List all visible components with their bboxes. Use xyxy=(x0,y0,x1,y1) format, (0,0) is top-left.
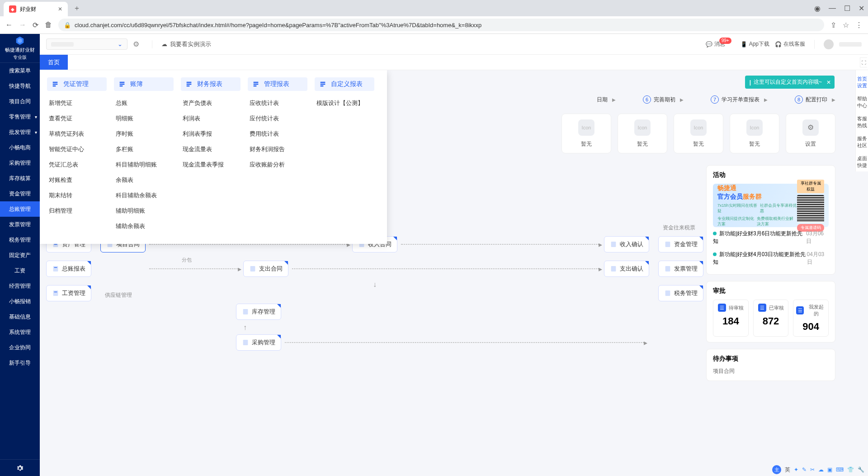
tray-pen-icon[interactable]: ✎ xyxy=(802,466,807,473)
sidebar-item-4[interactable]: 批发管理▾ xyxy=(0,124,40,140)
dock-item-2[interactable]: 客服热线 xyxy=(856,113,868,132)
mega-menu-item[interactable]: 序时账 xyxy=(114,126,174,142)
tray-shirt-icon[interactable]: 👕 xyxy=(847,466,854,473)
flow-node-income-confirm[interactable]: 收入确认 xyxy=(604,236,649,252)
ime-lang[interactable]: 英 xyxy=(785,466,790,474)
avatar[interactable] xyxy=(824,39,834,49)
flow-node-payroll[interactable]: 工资管理 xyxy=(46,285,91,301)
flow-node-purchase[interactable]: 采购管理 xyxy=(236,334,281,351)
sidebar-item-12[interactable]: 固定资产 xyxy=(0,248,40,263)
mega-menu-header[interactable]: 财务报表 xyxy=(181,77,241,91)
mega-menu-item[interactable]: 利润表季报 xyxy=(181,126,241,142)
mega-menu-item[interactable]: 归档管理 xyxy=(47,203,107,219)
sidebar-item-18[interactable]: 企业协同 xyxy=(0,340,40,355)
back-button[interactable]: ← xyxy=(5,21,13,29)
mega-menu-item[interactable]: 明细账 xyxy=(114,111,174,126)
minimize-icon[interactable]: — xyxy=(829,4,836,13)
online-service-button[interactable]: 🎧 在线客服 xyxy=(775,40,805,48)
mega-menu-item[interactable]: 草稿凭证列表 xyxy=(47,126,107,142)
flow-node-expense[interactable]: 支出合同 xyxy=(243,261,288,277)
mega-menu-item[interactable]: 新增凭证 xyxy=(47,95,107,111)
reload-button[interactable]: ⟳ xyxy=(33,21,38,29)
tray-scissors-icon[interactable]: ✂ xyxy=(810,466,815,473)
quick-card-empty[interactable]: Icon暂无 xyxy=(618,114,667,153)
tab-home[interactable]: 首页 xyxy=(40,55,68,70)
browser-tab[interactable]: ◆ 好业财 ✕ xyxy=(4,2,68,16)
promo-banner[interactable]: 畅捷通 官方会员服务群 7x15h实时顾问在线答疑社群会员专享课程优惠 专业顾问… xyxy=(713,184,829,227)
mega-menu-item[interactable]: 费用统计表 xyxy=(248,126,307,142)
mega-menu-header[interactable]: 凭证管理 xyxy=(47,77,107,91)
mega-menu-header[interactable]: 自定义报表 xyxy=(315,77,374,91)
mega-menu-item[interactable]: 资产负债表 xyxy=(181,95,241,111)
share-icon[interactable]: ⇪ xyxy=(830,21,836,29)
mega-menu-item[interactable]: 科目辅助余额表 xyxy=(114,188,174,203)
app-download-button[interactable]: 📱 App下载 xyxy=(741,40,769,48)
mega-menu-item[interactable]: 凭证汇总表 xyxy=(47,157,107,172)
sidebar-item-14[interactable]: 经营管理 xyxy=(0,278,40,294)
quick-card-empty[interactable]: Icon暂无 xyxy=(561,114,611,153)
mega-menu-item[interactable]: 财务利润报告 xyxy=(248,142,307,157)
sidebar-item-1[interactable]: 快捷导航 xyxy=(0,78,40,94)
sidebar-item-13[interactable]: 工资 xyxy=(0,263,40,278)
tray-tool-icon[interactable]: ✦ xyxy=(794,466,798,473)
mega-menu-item[interactable]: 辅助余额表 xyxy=(114,219,174,234)
dock-item-0[interactable]: 首页设置 xyxy=(856,73,868,92)
messages-button[interactable]: 💬 消息 99+ xyxy=(706,40,725,48)
sidebar-item-16[interactable]: 基础信息 xyxy=(0,309,40,324)
mega-menu-item[interactable]: 余额表 xyxy=(114,172,174,188)
flow-node-fund[interactable]: 资金管理 xyxy=(658,236,703,252)
sidebar-item-9[interactable]: 总账管理 xyxy=(0,201,40,217)
close-icon[interactable]: ✕ xyxy=(58,6,62,12)
sidebar-item-11[interactable]: 税务管理 xyxy=(0,232,40,248)
mega-menu-item[interactable]: 利润表 xyxy=(181,111,241,126)
mega-menu-item[interactable]: 应收统计表 xyxy=(248,95,307,111)
approval-card[interactable]: ☰待审核184 xyxy=(713,300,749,337)
mega-menu-header[interactable]: 管理报表 xyxy=(248,77,307,91)
sidebar-item-19[interactable]: 新手引导 xyxy=(0,355,40,371)
url-input[interactable]: 🔒 cloud.chanjet.com/cc/u6d89qwnryel/57bf… xyxy=(58,19,824,31)
sidebar-item-6[interactable]: 采购管理 xyxy=(0,155,40,171)
forward-button[interactable]: → xyxy=(19,21,26,29)
mega-menu-item[interactable]: 模版设计【公测】 xyxy=(315,95,374,111)
onboarding-step[interactable]: 8配置打印▶ xyxy=(795,95,835,104)
quick-card-settings[interactable]: ⚙设置 xyxy=(786,114,835,153)
new-tab-button[interactable]: ＋ xyxy=(71,2,82,15)
menu-icon[interactable]: ⋮ xyxy=(855,21,863,29)
tray-camera-icon[interactable]: ▣ xyxy=(827,466,832,473)
sidebar-item-10[interactable]: 发票管理 xyxy=(0,217,40,232)
onboarding-step[interactable]: 6完善期初▶ xyxy=(643,95,684,104)
delete-icon[interactable]: 🗑 xyxy=(45,21,52,29)
approval-card[interactable]: ☰我发起的904 xyxy=(793,300,829,337)
gear-icon[interactable]: ⚙ xyxy=(133,40,139,48)
sidebar-item-7[interactable]: 库存核算 xyxy=(0,171,40,186)
mega-menu-header[interactable]: 账簿 xyxy=(114,77,174,91)
mega-menu-item[interactable]: 期末结转 xyxy=(47,188,107,203)
tray-wrench-icon[interactable]: 🔧 xyxy=(858,466,864,473)
flow-node-tax[interactable]: 税务管理 xyxy=(658,285,703,301)
sidebar-item-15[interactable]: 小畅报销 xyxy=(0,294,40,309)
chrome-account-icon[interactable]: ◉ xyxy=(814,4,821,13)
approval-card[interactable]: ☰已审核872 xyxy=(753,300,789,337)
mega-menu-item[interactable]: 对账检查 xyxy=(47,172,107,188)
dock-item-1[interactable]: 帮助中心 xyxy=(856,93,868,112)
news-item[interactable]: 新功能|好业财4月03日功能更新抢先知04月03日 xyxy=(713,248,829,269)
mega-menu-item[interactable]: 应收账龄分析 xyxy=(248,157,307,172)
mega-menu-item[interactable]: 多栏账 xyxy=(114,142,174,157)
sidebar-item-0[interactable]: 搜索菜单 xyxy=(0,63,40,78)
mega-menu-item[interactable]: 科目辅助明细账 xyxy=(114,157,174,172)
flow-node-invoice[interactable]: 发票管理 xyxy=(658,261,703,277)
sidebar-settings-button[interactable] xyxy=(0,459,40,476)
bookmark-icon[interactable]: ☆ xyxy=(843,21,849,29)
sidebar-item-8[interactable]: 资金管理 xyxy=(0,186,40,201)
mega-menu-item[interactable]: 辅助明细账 xyxy=(114,203,174,219)
flow-node-gl[interactable]: 总账报表 xyxy=(46,261,91,277)
fullscreen-icon[interactable]: ⛶ xyxy=(860,57,867,67)
close-window-icon[interactable]: ✕ xyxy=(859,4,864,13)
onboarding-step[interactable]: 日期▶ xyxy=(597,95,616,104)
quick-card-empty[interactable]: Icon暂无 xyxy=(730,114,779,153)
tray-keyboard-icon[interactable]: ⌨ xyxy=(836,466,844,473)
org-selector[interactable]: ⌄ xyxy=(46,38,127,50)
tray-cloud-icon[interactable]: ☁ xyxy=(818,466,824,473)
news-item[interactable]: 新功能|好业财3月6日功能更新抢先知03月06日 xyxy=(713,227,829,248)
close-icon[interactable]: ✕ xyxy=(826,79,831,86)
